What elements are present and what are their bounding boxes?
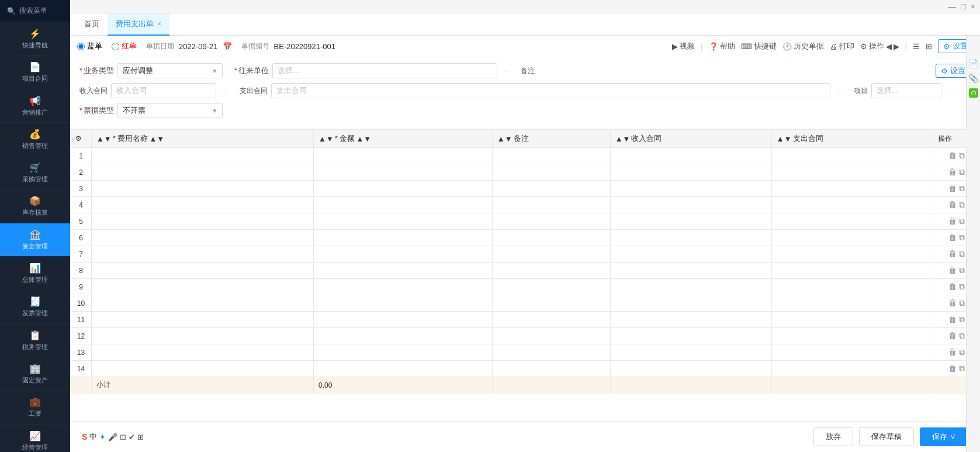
operations-button[interactable]: ⚙ 操作 ◀ ▶ xyxy=(860,41,899,51)
sidebar-item-capital[interactable]: 🏦资金管理 xyxy=(0,223,70,257)
counterparty-input[interactable]: 选择... xyxy=(272,63,497,78)
invoice-type-input[interactable]: 不开票 ▼ xyxy=(117,103,223,118)
row-10-amount[interactable] xyxy=(314,295,493,312)
sidebar-item-quick-nav[interactable]: ⚡快捷导航 xyxy=(0,22,70,56)
sidebar-item-marketing[interactable]: 📢营销推广 xyxy=(0,89,70,123)
row-2-income-contract[interactable] xyxy=(610,164,771,181)
row-14-note[interactable] xyxy=(492,361,610,377)
row-2-amount[interactable] xyxy=(314,164,493,181)
row-6-amount[interactable] xyxy=(314,230,493,246)
row-5-amount[interactable] xyxy=(314,213,493,230)
grid-view-icon[interactable]: ⊞ xyxy=(926,42,932,51)
row-4-delete-icon[interactable]: 🗑 xyxy=(948,200,957,210)
row-1-amount[interactable] xyxy=(314,148,493,164)
row-3-copy-icon[interactable]: ⧉ xyxy=(959,184,965,194)
tab-expense[interactable]: 费用支出单 × xyxy=(108,13,169,36)
row-12-income-contract[interactable] xyxy=(610,328,771,344)
row-11-expense-contract[interactable] xyxy=(771,312,933,328)
row-12-copy-icon[interactable]: ⧉ xyxy=(959,331,965,341)
save-button[interactable]: 保存 ∨ xyxy=(920,427,968,446)
row-13-expense-name[interactable] xyxy=(92,344,314,361)
sidebar-search[interactable]: 🔍 搜索菜单 xyxy=(0,0,70,22)
row-8-copy-icon[interactable]: ⧉ xyxy=(959,265,965,275)
row-6-expense-contract[interactable] xyxy=(771,230,933,246)
row-6-delete-icon[interactable]: 🗑 xyxy=(948,233,957,243)
row-14-income-contract[interactable] xyxy=(610,361,771,377)
row-14-copy-icon[interactable]: ⧉ xyxy=(959,364,965,374)
row-11-income-contract[interactable] xyxy=(610,312,771,328)
right-panel-green-icon[interactable]: C xyxy=(969,88,978,98)
row-2-note[interactable] xyxy=(492,164,610,181)
sidebar-item-inventory[interactable]: 📦库存核算 xyxy=(0,189,70,223)
row-13-income-contract[interactable] xyxy=(610,344,771,361)
red-radio-label[interactable]: 红单 xyxy=(112,41,137,51)
row-3-income-contract[interactable] xyxy=(610,181,771,197)
row-9-copy-icon[interactable]: ⧉ xyxy=(959,282,965,292)
row-5-delete-icon[interactable]: 🗑 xyxy=(948,216,957,226)
row-13-copy-icon[interactable]: ⧉ xyxy=(959,347,965,357)
shortcut-button[interactable]: ⌨ 快捷键 xyxy=(741,41,777,51)
row-8-note[interactable] xyxy=(492,263,610,279)
row-4-copy-icon[interactable]: ⧉ xyxy=(959,200,965,210)
blue-radio-label[interactable]: 蓝单 xyxy=(77,41,102,51)
row-9-note[interactable] xyxy=(492,279,610,295)
discard-button[interactable]: 放弃 xyxy=(813,427,853,446)
row-11-delete-icon[interactable]: 🗑 xyxy=(948,315,957,325)
business-type-input[interactable]: 应付调整 ▼ xyxy=(117,63,223,78)
row-8-income-contract[interactable] xyxy=(610,263,771,279)
row-9-delete-icon[interactable]: 🗑 xyxy=(948,282,957,292)
tab-home[interactable]: 首页 xyxy=(76,13,108,36)
row-6-expense-name[interactable] xyxy=(92,230,314,246)
row-8-delete-icon[interactable]: 🗑 xyxy=(948,265,957,275)
sidebar-item-sales[interactable]: 💰销售管理 xyxy=(0,123,70,156)
sidebar-item-invoice[interactable]: 🧾发票管理 xyxy=(0,290,70,323)
sidebar-item-project-contract[interactable]: 📄项目合同 xyxy=(0,56,70,89)
row-6-note[interactable] xyxy=(492,230,610,246)
row-13-amount[interactable] xyxy=(314,344,493,361)
print-button[interactable]: 🖨 打印 xyxy=(830,41,854,51)
row-10-delete-icon[interactable]: 🗑 xyxy=(948,298,957,308)
minimize-button[interactable]: — xyxy=(948,2,956,11)
row-5-expense-name[interactable] xyxy=(92,213,314,230)
income-contract-input[interactable]: 收入合同 xyxy=(111,83,216,98)
row-10-income-contract[interactable] xyxy=(610,295,771,312)
row-12-expense-name[interactable] xyxy=(92,328,314,344)
restore-button[interactable]: □ xyxy=(961,2,965,11)
row-2-delete-icon[interactable]: 🗑 xyxy=(948,167,957,177)
row-3-delete-icon[interactable]: 🗑 xyxy=(948,184,957,194)
row-1-income-contract[interactable] xyxy=(610,148,771,164)
expense-contract-input[interactable]: 支出合同 xyxy=(271,83,830,98)
row-14-amount[interactable] xyxy=(314,361,493,377)
row-1-note[interactable] xyxy=(492,148,610,164)
row-7-amount[interactable] xyxy=(314,246,493,263)
row-1-delete-icon[interactable]: 🗑 xyxy=(948,151,957,161)
row-9-expense-contract[interactable] xyxy=(771,279,933,295)
sidebar-item-tax[interactable]: 📋税务管理 xyxy=(0,324,70,357)
sidebar-item-salary[interactable]: 💼工资 xyxy=(0,391,70,424)
close-button[interactable]: × xyxy=(971,2,975,11)
row-9-expense-name[interactable] xyxy=(92,279,314,295)
th-settings[interactable]: ⚙ xyxy=(71,130,92,148)
row-6-income-contract[interactable] xyxy=(610,230,771,246)
row-10-expense-name[interactable] xyxy=(92,295,314,312)
row-14-expense-contract[interactable] xyxy=(771,361,933,377)
row-11-amount[interactable] xyxy=(314,312,493,328)
list-view-icon[interactable]: ☰ xyxy=(913,42,920,51)
row-5-copy-icon[interactable]: ⧉ xyxy=(959,216,965,226)
row-8-expense-name[interactable] xyxy=(92,263,314,279)
row-12-delete-icon[interactable]: 🗑 xyxy=(948,331,957,341)
help-button[interactable]: ❓ 帮助 xyxy=(709,41,735,51)
row-3-expense-contract[interactable] xyxy=(771,181,933,197)
row-3-note[interactable] xyxy=(492,181,610,197)
row-12-note[interactable] xyxy=(492,328,610,344)
row-7-note[interactable] xyxy=(492,246,610,263)
row-7-expense-contract[interactable] xyxy=(771,246,933,263)
row-11-expense-name[interactable] xyxy=(92,312,314,328)
row-5-income-contract[interactable] xyxy=(610,213,771,230)
sidebar-item-purchase[interactable]: 🛒采购管理 xyxy=(0,156,70,189)
row-1-expense-name[interactable] xyxy=(92,148,314,164)
row-8-amount[interactable] xyxy=(314,263,493,279)
row-14-delete-icon[interactable]: 🗑 xyxy=(948,364,957,374)
row-9-amount[interactable] xyxy=(314,279,493,295)
sidebar-item-fixed-assets[interactable]: 🏢固定资产 xyxy=(0,357,70,391)
